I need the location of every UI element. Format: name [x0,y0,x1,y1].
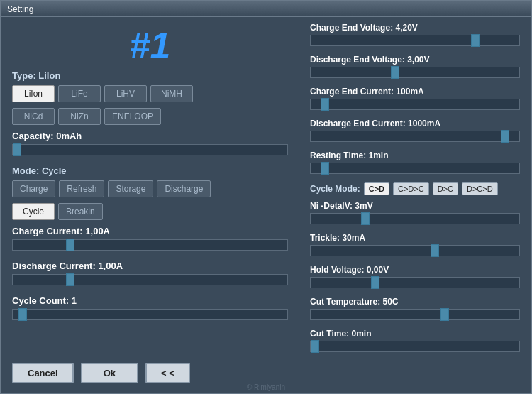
discharge-end-voltage-label: Discharge End Voltage: 3,00V [310,55,520,65]
discharge-end-current-slider[interactable] [310,131,520,142]
cycle-btn-codoc[interactable]: C>D>C [393,182,429,195]
right-panel: Charge End Voltage: 4,20V Discharge End … [299,17,531,394]
charge-current-container: Charge Current: 1,00A [12,226,288,253]
btn-nimh[interactable]: NiMH [150,85,193,102]
cycle-count-label: Cycle Count: 1 [12,295,288,306]
ok-button[interactable]: Ok [81,363,138,383]
type-button-group: LiIon LiFe LiHV NiMH [12,85,288,102]
discharge-current-container: Discharge Current: 1,00A [12,261,288,288]
mode-button-group1: Charge Refresh Storage Discharge [12,180,288,197]
capacity-slider[interactable] [12,144,288,155]
cycle-count-slider[interactable] [12,309,288,320]
cycle-btn-cod[interactable]: C>D [364,182,389,195]
resting-time-slider[interactable] [310,163,520,174]
charge-current-label: Charge Current: 1,00A [12,226,288,236]
discharge-end-voltage-row: Discharge End Voltage: 3,00V [310,55,520,81]
window-title: Setting [7,4,33,14]
btn-nizn[interactable]: NiZn [58,108,101,125]
trickle-label: Trickle: 30mA [310,233,520,243]
btn-nicd[interactable]: NiCd [12,108,55,125]
mode-label: Mode: Cycle [12,165,288,176]
trickle-slider[interactable] [310,245,520,256]
ni-delta-label: Ni -DetalV: 3mV [310,201,520,211]
mode-button-group2: Cycle Breakin [12,203,288,220]
type-label: Type: LiIon [12,70,288,81]
btn-breakin[interactable]: Breakin [58,203,103,220]
cancel-button[interactable]: Cancel [12,363,74,383]
resting-time-label: Resting Time: 1min [310,151,520,160]
cut-time-slider[interactable] [310,341,520,352]
cut-temp-row: Cut Temperature: 50C [310,297,520,323]
discharge-end-voltage-slider[interactable] [310,67,520,78]
btn-charge[interactable]: Charge [12,180,55,197]
back-button[interactable]: < < [145,363,190,383]
charge-end-voltage-label: Charge End Voltage: 4,20V [310,23,520,33]
btn-storage[interactable]: Storage [108,180,153,197]
btn-refresh[interactable]: Refresh [59,180,104,197]
btn-discharge[interactable]: Discharge [157,180,211,197]
type-button-group2: NiCd NiZn ENELOOP [12,108,288,125]
left-panel: #1 Type: LiIon LiIon LiFe LiHV NiMH NiCd… [1,17,299,394]
cycle-mode-row: Cycle Mode: C>D C>D>C D>C D>C>D [310,182,520,195]
charge-current-slider[interactable] [12,239,288,251]
cut-time-label: Cut Time: 0min [310,329,520,339]
cut-time-row: Cut Time: 0min [310,329,520,355]
charge-end-voltage-row: Charge End Voltage: 4,20V [310,23,520,49]
btn-life[interactable]: LiFe [58,85,101,102]
charge-end-current-slider[interactable] [310,99,520,110]
discharge-current-slider[interactable] [12,274,288,285]
cut-temp-label: Cut Temperature: 50C [310,297,520,307]
trickle-row: Trickle: 30mA [310,233,520,259]
cycle-count-container: Cycle Count: 1 [12,295,288,323]
btn-cycle[interactable]: Cycle [12,203,55,220]
copyright: © Rimlyanin [247,383,285,391]
capacity-container: Capacity: 0mAh [12,131,288,158]
cut-temp-slider[interactable] [310,309,520,320]
hold-voltage-slider[interactable] [310,277,520,288]
resting-time-row: Resting Time: 1min [310,151,520,177]
cycle-btn-doc[interactable]: D>C [433,182,458,195]
hold-voltage-row: Hold Voltage: 0,00V [310,265,520,291]
cycle-btn-docod[interactable]: D>C>D [462,182,498,195]
ni-delta-row: Ni -DetalV: 3mV [310,201,520,227]
btn-liion[interactable]: LiIon [12,85,55,102]
discharge-end-current-label: Discharge End Current: 1000mA [310,119,520,128]
cycle-mode-label: Cycle Mode: [310,184,360,194]
charge-end-current-row: Charge End Current: 100mA [310,87,520,113]
btn-lihv[interactable]: LiHV [104,85,147,102]
discharge-current-label: Discharge Current: 1,00A [12,261,288,271]
discharge-end-current-row: Discharge End Current: 1000mA [310,119,520,145]
title-bar: Setting [1,1,531,17]
main-window: Setting #1 Type: LiIon LiIon LiFe LiHV N… [0,0,532,394]
charge-end-current-label: Charge End Current: 100mA [310,87,520,97]
btn-eneloop[interactable]: ENELOOP [104,108,161,125]
ni-delta-slider[interactable] [310,213,520,224]
hold-voltage-label: Hold Voltage: 0,00V [310,265,520,275]
charge-end-voltage-slider[interactable] [310,35,520,46]
channel-number: #1 [12,24,288,67]
capacity-label: Capacity: 0mAh [12,131,288,141]
